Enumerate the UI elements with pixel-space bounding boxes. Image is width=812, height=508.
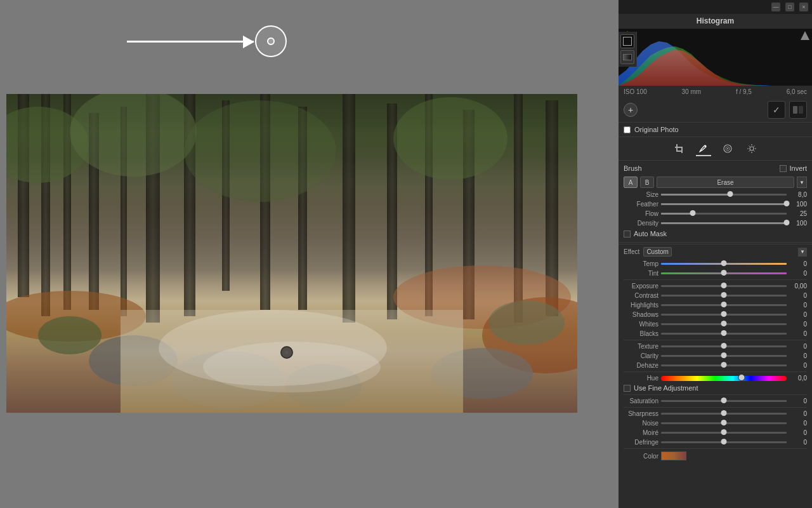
color-swatch[interactable]	[661, 451, 686, 460]
fine-adjustment-label: Use Fine Adjustment	[634, 384, 698, 392]
crop-icon[interactable]	[672, 141, 687, 156]
dehaze-slider-row: Dehaze 0	[624, 361, 807, 370]
maximize-button[interactable]: □	[785, 3, 794, 11]
noise-slider-track[interactable]	[661, 422, 787, 424]
brush-b-button[interactable]: B	[640, 177, 654, 188]
hue-slider-thumb[interactable]	[738, 374, 745, 381]
density-slider-thumb[interactable]	[784, 220, 790, 225]
sharpness-slider-track[interactable]	[661, 413, 787, 415]
highlights-slider-thumb[interactable]	[721, 302, 727, 307]
temp-label: Temp	[624, 260, 658, 267]
tint-slider-thumb[interactable]	[721, 270, 727, 276]
density-slider-row: Density 100	[624, 218, 807, 228]
temp-value: 0	[789, 260, 807, 267]
hue-value: 0,0	[789, 375, 807, 382]
brush-label: Brush	[624, 164, 642, 172]
saturation-slider-track[interactable]	[661, 400, 787, 402]
whites-slider-thumb[interactable]	[721, 321, 727, 326]
fine-adjustment-checkbox[interactable]	[624, 385, 631, 392]
dehaze-slider-track[interactable]	[661, 364, 787, 366]
contrast-slider-thumb[interactable]	[721, 292, 727, 298]
auto-mask-checkbox[interactable]	[624, 231, 631, 237]
photo-container[interactable]	[6, 94, 577, 413]
moire-slider-row: Moiré 0	[624, 428, 807, 438]
svg-rect-34	[799, 106, 803, 114]
brush-tool-icon[interactable]	[696, 141, 711, 156]
size-value: 8,0	[789, 191, 807, 198]
sharpness-slider-row: Sharpness 0	[624, 409, 807, 418]
size-slider-thumb[interactable]	[727, 191, 733, 197]
clarity-slider-track[interactable]	[661, 355, 787, 357]
temp-slider-track[interactable]	[661, 263, 787, 265]
invert-checkbox[interactable]	[780, 165, 787, 172]
ab-erase-row: A B Erase ▼	[624, 175, 807, 190]
size-slider-track[interactable]	[661, 194, 787, 196]
flow-slider-track[interactable]	[661, 213, 787, 215]
noise-slider-thumb[interactable]	[721, 420, 727, 425]
shadows-slider-track[interactable]	[661, 314, 787, 316]
erase-button[interactable]: Erase	[657, 177, 794, 188]
settings-icon[interactable]	[744, 141, 759, 156]
exposure-slider-thumb[interactable]	[721, 283, 727, 288]
sidebar-gradient-btn[interactable]	[620, 50, 634, 64]
blacks-slider-track[interactable]	[661, 333, 787, 335]
brush-dropdown-arrow[interactable]: ▼	[797, 177, 807, 188]
sidebar-black-btn[interactable]	[620, 34, 634, 48]
close-button[interactable]: ×	[799, 3, 808, 11]
exposure-label: Exposure	[624, 283, 658, 290]
add-mask-button[interactable]: +	[624, 103, 638, 117]
defringe-slider-thumb[interactable]	[721, 439, 727, 444]
temp-slider-thumb[interactable]	[721, 260, 727, 266]
defringe-slider-track[interactable]	[661, 441, 787, 443]
sharpness-slider-thumb[interactable]	[721, 410, 727, 416]
section-divider-7	[624, 448, 807, 449]
whites-slider-track[interactable]	[661, 323, 787, 325]
moire-slider-thumb[interactable]	[721, 429, 727, 435]
minimize-button[interactable]: —	[771, 3, 780, 11]
dehaze-value: 0	[789, 362, 807, 369]
moire-slider-track[interactable]	[661, 432, 787, 434]
clarity-slider-thumb[interactable]	[721, 352, 727, 358]
svg-point-19	[184, 100, 336, 202]
effect-dropdown[interactable]: Custom	[643, 247, 671, 257]
blacks-slider-thumb[interactable]	[721, 330, 727, 336]
contrast-slider-track[interactable]	[661, 295, 787, 297]
density-slider-track[interactable]	[661, 222, 787, 224]
flow-slider-thumb[interactable]	[690, 210, 695, 216]
original-photo-checkbox[interactable]	[624, 126, 631, 133]
main-canvas	[0, 0, 619, 508]
color-label: Color	[624, 453, 658, 460]
flow-slider-fill	[661, 213, 693, 215]
highlights-label: Highlights	[624, 302, 658, 309]
radial-gradient-icon[interactable]	[720, 141, 735, 156]
tint-value: 0	[789, 270, 807, 277]
flow-slider-row: Flow 25	[624, 209, 807, 218]
defringe-value: 0	[789, 439, 807, 446]
brush-a-button[interactable]: A	[624, 177, 638, 188]
shadows-slider-thumb[interactable]	[721, 311, 727, 317]
saturation-slider-thumb[interactable]	[721, 398, 727, 403]
photo-compare-button[interactable]	[789, 101, 807, 119]
blacks-label: Blacks	[624, 330, 658, 337]
highlights-value: 0	[789, 302, 807, 309]
dehaze-slider-thumb[interactable]	[721, 362, 727, 368]
panel-top-bar: — □ ×	[619, 0, 812, 14]
svg-rect-11	[343, 94, 355, 323]
shutter-label: 6,0 sec	[787, 88, 807, 95]
effect-dropdown-arrow[interactable]: ▼	[798, 248, 807, 257]
arrow-annotation	[127, 25, 287, 57]
noise-slider-row: Noise 0	[624, 418, 807, 428]
feather-slider-track[interactable]	[661, 203, 787, 205]
checkmark-button[interactable]: ✓	[768, 101, 785, 119]
histogram-svg	[619, 29, 812, 86]
feather-slider-thumb[interactable]	[784, 201, 790, 206]
hue-slider-track[interactable]	[661, 376, 787, 381]
highlights-slider-track[interactable]	[661, 304, 787, 306]
texture-slider-track[interactable]	[661, 345, 787, 347]
whites-value: 0	[789, 321, 807, 328]
exposure-slider-track[interactable]	[661, 285, 787, 287]
histogram-title: Histogram	[697, 17, 734, 25]
tint-slider-track[interactable]	[661, 272, 787, 274]
tint-slider-row: Tint 0	[624, 269, 807, 278]
texture-slider-thumb[interactable]	[721, 343, 727, 349]
